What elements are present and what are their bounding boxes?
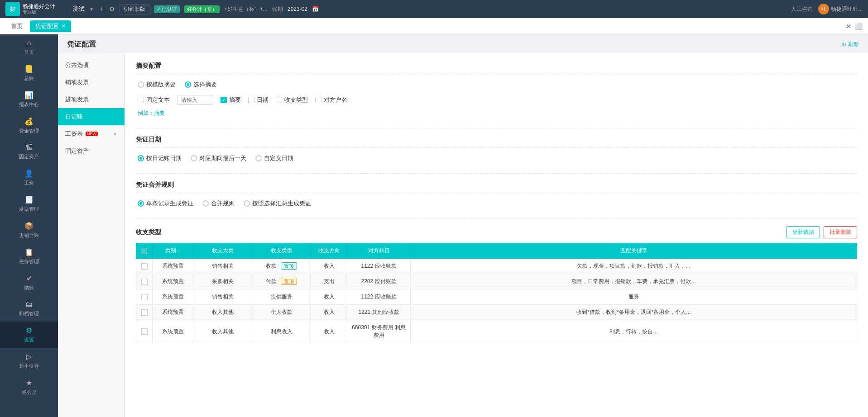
checkbox-income-type[interactable]: 收支类型 xyxy=(276,96,308,104)
row4-check[interactable] xyxy=(136,305,153,320)
maximize-button[interactable]: ⬜ xyxy=(855,23,863,30)
type-actions: 更新数据 批量删除 xyxy=(786,226,857,238)
update-data-button[interactable]: 更新数据 xyxy=(786,226,820,238)
radio-select-summary[interactable]: 选择摘要 xyxy=(185,81,217,89)
refresh-button[interactable]: ↻ 刷新 xyxy=(842,41,859,48)
report-icon: 📊 xyxy=(24,91,34,100)
sidebar-item-assets[interactable]: 🏗 固定资产 xyxy=(0,139,58,165)
row4-category: 系统预置 xyxy=(153,305,193,320)
switch-version-button[interactable]: 切到旧版 xyxy=(120,4,149,14)
row2-top-tag[interactable]: 置顶 xyxy=(281,278,297,285)
sidebar-item-guide[interactable]: ▷ 新手引导 xyxy=(0,348,58,374)
calendar-icon[interactable]: 📅 xyxy=(312,6,319,12)
radio-template-summary[interactable]: 按模版摘要 xyxy=(138,81,176,89)
row2-checkbox[interactable] xyxy=(141,279,148,285)
row5-category: 系统预置 xyxy=(153,320,193,343)
tab-voucher-config[interactable]: 凭证配置 ✕ xyxy=(30,20,71,32)
sidebar-item-member[interactable]: ★ 畅会员 xyxy=(0,374,58,400)
merge-body: 单条记录生成凭证 合并规则 按照选择汇总生成凭证 xyxy=(136,199,857,208)
checkbox-fixed-text[interactable]: 固定文本 xyxy=(138,96,170,104)
row2-keyword: 项目，日常费用，报销款，车费，承兑汇票，付款... xyxy=(411,274,857,289)
left-nav-purchase-invoice[interactable]: 进项发票 xyxy=(58,91,125,108)
sidebar-label-purchase: 进销台账 xyxy=(19,232,39,239)
row2-account: 2202 应付账款 xyxy=(347,274,411,289)
close-window-button[interactable]: ✕ xyxy=(846,23,851,30)
sidebar-item-invoice[interactable]: 🧾 发票管理 xyxy=(0,191,58,217)
username: 畅捷通旺旺... xyxy=(831,5,863,13)
batch-delete-button[interactable]: 批量删除 xyxy=(824,226,857,238)
checkbox-fixed-box xyxy=(138,97,144,103)
left-nav: 公共选项 销项发票 进项发票 日记账 工资表 NEW ▼ 固定资产 xyxy=(58,53,125,417)
header-checkbox-col[interactable] xyxy=(136,243,153,259)
radio-period-last[interactable]: 对应期间最后一天 xyxy=(191,154,246,162)
radio-journal-date[interactable]: 按日记账日期 xyxy=(138,154,182,162)
tab-label: 凭证配置 xyxy=(35,22,59,30)
consult-link[interactable]: 人工咨询 xyxy=(791,5,813,13)
checkbox-counterparty-box xyxy=(315,97,321,103)
left-nav-journal[interactable]: 日记账 xyxy=(58,108,125,125)
sidebar-item-report[interactable]: 📊 报表中心 xyxy=(0,86,58,113)
row1-top-tag[interactable]: 置顶 xyxy=(281,262,297,270)
header-main-type: 收支大类 xyxy=(193,243,252,259)
radio-custom-date[interactable]: 自定义日期 xyxy=(255,154,293,162)
row3-checkbox[interactable] xyxy=(141,294,148,300)
row1-checkbox[interactable] xyxy=(141,263,148,270)
member-icon: ★ xyxy=(26,379,32,387)
sidebar-label-guide: 新手引导 xyxy=(19,363,39,370)
sidebar-label-settlement: 结账 xyxy=(24,284,34,291)
tag-certified: ✓ 已认证 xyxy=(154,5,180,13)
assets-icon: 🏗 xyxy=(25,143,33,152)
sidebar-item-ledger[interactable]: 📒 总账 xyxy=(0,60,58,86)
checkbox-counterparty[interactable]: 对方户名 xyxy=(315,96,347,104)
checkbox-date[interactable]: 日期 xyxy=(248,96,269,104)
checkbox-summary[interactable]: ✓ 摘要 xyxy=(221,96,241,104)
payroll-expand-icon[interactable]: ▼ xyxy=(113,132,117,137)
radio-custom-circle xyxy=(255,155,262,161)
row3-check[interactable] xyxy=(136,289,153,305)
sidebar-item-settlement[interactable]: ✔ 结账 xyxy=(0,270,58,296)
left-nav-public[interactable]: 公共选项 xyxy=(58,57,125,74)
date-title: 凭证日期 xyxy=(136,136,857,148)
row5-direction: 收入 xyxy=(311,320,347,343)
row3-main-type: 销售相关 xyxy=(193,289,252,305)
radio-template-circle xyxy=(138,81,144,88)
row2-check[interactable] xyxy=(136,274,153,289)
row3-direction: 收入 xyxy=(311,289,347,305)
row4-sub-type: 个人收款 xyxy=(252,305,311,320)
archive-icon: 🗂 xyxy=(25,300,33,308)
sidebar-item-settings[interactable]: ⚙ 设置 xyxy=(0,322,58,348)
select-all-checkbox[interactable] xyxy=(141,248,147,254)
header-category: 类别 ↓ xyxy=(153,243,193,259)
topbar-right: 人工咨询 旺 畅捷通旺旺... xyxy=(791,4,863,14)
radio-summary-generate[interactable]: 按照选择汇总生成凭证 xyxy=(244,199,311,208)
row1-check[interactable] xyxy=(136,259,153,274)
tab-home[interactable]: 首页 xyxy=(5,20,28,32)
row2-direction: 支出 xyxy=(311,274,347,289)
sidebar-label-member: 畅会员 xyxy=(22,389,37,396)
topbar: 好 畅捷通好会计 专业版 测试 ▼ ＋ ⚙ 切到旧版 ✓ 已认证 好会计（专） … xyxy=(0,0,868,18)
sidebar-item-archive[interactable]: 🗂 归档管理 xyxy=(0,296,58,322)
sidebar-item-tax[interactable]: 📋 税务管理 xyxy=(0,243,58,270)
sidebar-item-capital[interactable]: 💰 资金管理 xyxy=(0,113,58,139)
left-nav-payroll[interactable]: 工资表 NEW ▼ xyxy=(58,125,125,142)
left-nav-sales-invoice[interactable]: 销项发票 xyxy=(58,74,125,91)
left-nav-label-purchase: 进项发票 xyxy=(65,95,89,104)
row5-check[interactable] xyxy=(136,320,153,343)
left-nav-fixed-assets[interactable]: 固定资产 xyxy=(58,142,125,160)
add-icon[interactable]: ＋ xyxy=(98,5,105,13)
period-value: 2023-02 xyxy=(288,6,307,12)
tab-close-icon[interactable]: ✕ xyxy=(62,23,66,29)
sidebar-item-salary[interactable]: 👤 工资 xyxy=(0,165,58,191)
user-area[interactable]: 旺 畅捷通旺旺... xyxy=(818,4,863,14)
radio-merge-rule[interactable]: 合并规则 xyxy=(202,199,235,208)
row5-checkbox[interactable] xyxy=(141,328,148,335)
radio-single-record[interactable]: 单条记录生成凭证 xyxy=(138,199,193,208)
sidebar-item-purchase[interactable]: 📦 进销台账 xyxy=(0,217,58,243)
fixed-text-input[interactable] xyxy=(177,95,213,105)
sidebar-item-home[interactable]: ⌂ 首页 xyxy=(0,34,58,60)
company-dropdown-icon[interactable]: ▼ xyxy=(89,7,94,12)
settings-icon[interactable]: ⚙ xyxy=(109,5,115,13)
row4-checkbox[interactable] xyxy=(141,309,148,316)
row1-main-type: 销售相关 xyxy=(193,259,252,274)
row3-category: 系统预置 xyxy=(153,289,193,305)
